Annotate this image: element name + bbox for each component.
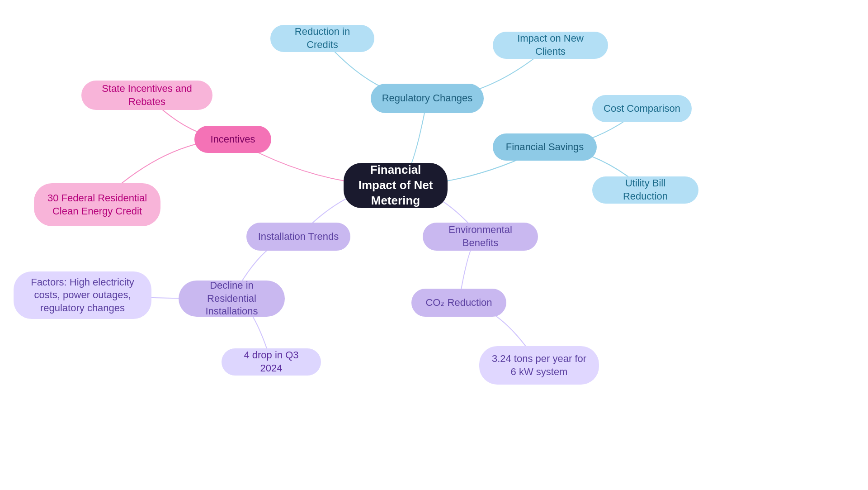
node-impact_on_new_clients[interactable]: Impact on New Clients xyxy=(493,32,608,59)
node-environmental_benefits[interactable]: Environmental Benefits xyxy=(423,223,538,251)
node-drop_q3[interactable]: 4 drop in Q3 2024 xyxy=(222,348,321,376)
node-utility_bill_reduction[interactable]: Utility Bill Reduction xyxy=(592,176,698,204)
node-incentives[interactable]: Incentives xyxy=(194,126,271,153)
node-decline_residential[interactable]: Decline in Residential Installations xyxy=(179,281,285,317)
node-financial_savings[interactable]: Financial Savings xyxy=(493,133,597,161)
mindmap-container: Financial Impact of Net MeteringRegulato… xyxy=(0,0,868,490)
node-cost_comparison[interactable]: Cost Comparison xyxy=(592,95,692,122)
node-center[interactable]: Financial Impact of Net Metering xyxy=(344,163,448,208)
node-federal_credit[interactable]: 30 Federal Residential Clean Energy Cred… xyxy=(34,183,160,226)
node-factors[interactable]: Factors: High electricity costs, power o… xyxy=(14,271,151,319)
node-tons_per_year[interactable]: 3.24 tons per year for 6 kW system xyxy=(479,346,599,385)
node-regulatory_changes[interactable]: Regulatory Changes xyxy=(371,84,484,113)
node-co2_reduction[interactable]: CO₂ Reduction xyxy=(411,289,506,317)
node-installation_trends[interactable]: Installation Trends xyxy=(246,223,350,251)
node-reduction_in_credits[interactable]: Reduction in Credits xyxy=(270,25,374,52)
node-state_incentives[interactable]: State Incentives and Rebates xyxy=(81,81,212,110)
